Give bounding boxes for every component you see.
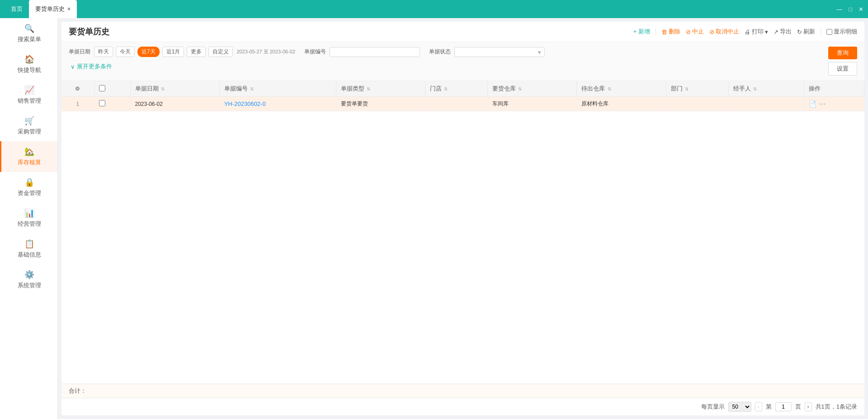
th-order-no[interactable]: 单据编号 ⇅ [219,81,336,97]
top-bar: 首页 要货单历史 × — □ ✕ [0,0,868,18]
sidebar-item-basic-info[interactable]: 📋 基础信息 [0,233,57,264]
th-settings[interactable]: ⚙ [61,81,94,97]
row-checkbox[interactable] [99,100,105,106]
filter-settings-button[interactable]: 设置 [828,62,857,76]
new-button[interactable]: + 新增 [633,28,650,36]
stop-btn-label: 中止 [692,28,704,36]
row-more-icon[interactable]: ⋯ [819,100,826,108]
sidebar-item-inventory[interactable]: 🏡 库存核算 [0,141,57,172]
sidebar-item-purchase-label: 采购管理 [18,128,41,136]
sidebar-item-sales[interactable]: 📈 销售管理 [0,80,57,110]
prev-page-btn[interactable]: ‹ [755,402,762,411]
close-window-icon[interactable]: ✕ [859,6,863,13]
divider-1 [656,28,656,35]
th-date[interactable]: 单据日期 ⇅ [130,81,219,97]
th-order-type-label: 单据类型 [341,85,364,92]
date-btn-yesterday[interactable]: 昨天 [94,47,113,57]
delete-button[interactable]: 🗑 删除 [661,28,680,36]
summary-label: 合计： [69,387,86,395]
export-btn-label: 导出 [780,28,792,36]
filter-area-inner: 单据日期 昨天 今天 近7天 近1月 更多 自定义 2023-05-27 至 2… [69,47,857,76]
th-handler[interactable]: 经手人 ⇅ [728,81,804,97]
query-button[interactable]: 查询 [828,47,857,59]
sidebar-item-operations[interactable]: 📊 经营管理 [0,203,57,233]
tab-close-icon[interactable]: × [67,6,71,12]
divider-2 [821,28,821,35]
order-no-link[interactable]: YH-20230602-0 [224,100,266,107]
table-footer: 合计： [61,384,864,398]
date-btn-custom[interactable]: 自定义 [208,47,233,57]
basic-info-icon: 📋 [24,239,34,249]
th-order-type[interactable]: 单据类型 ⇅ [336,81,425,97]
td-order-type: 要货单要货 [336,97,425,111]
refresh-button[interactable]: ↻ 刷新 [797,28,815,36]
th-action: 操作 [804,81,864,97]
date-btn-today[interactable]: 今天 [116,47,135,57]
system-icon: ⚙️ [24,270,34,280]
sidebar-item-inventory-label: 库存核算 [18,158,41,167]
order-no-input[interactable] [330,47,420,57]
tab-order-history[interactable]: 要货单历史 × [29,0,77,18]
table-row: 1 2023-06-02 YH-20230602-0 要货单要货 车间库 原材料… [61,97,864,111]
th-store[interactable]: 门店 ⇅ [425,81,488,97]
table-body: 1 2023-06-02 YH-20230602-0 要货单要货 车间库 原材料… [61,97,864,111]
stop-icon: ⊘ [686,29,691,35]
status-select[interactable] [454,47,545,57]
maximize-icon[interactable]: □ [849,6,852,13]
sales-icon: 📈 [24,85,34,95]
next-page-btn[interactable]: › [805,402,812,411]
expand-more-btn[interactable]: ∨ 展开更多条件 [69,61,114,72]
order-no-label: 单据编号 [304,48,326,56]
print-button[interactable]: 🖨 打印 ▾ [745,28,768,36]
th-order-no-label: 单据编号 [224,85,248,92]
toolbar: + 新增 🗑 删除 ⊘ 中止 ⊘ 取消中止 🖨 打印 [633,28,857,36]
cancel-stop-button[interactable]: ⊘ 取消中止 [709,28,739,36]
total-info: 共1页，1条记录 [816,403,857,411]
cancel-stop-icon: ⊘ [709,29,714,35]
sort-store-icon: ⇅ [444,86,448,91]
row-edit-icon[interactable]: 📄 [809,100,816,108]
date-btn-7days[interactable]: 近7天 [137,47,160,57]
sort-date-icon: ⇅ [161,86,165,91]
tab-home[interactable]: 首页 [5,0,29,18]
th-pending-warehouse[interactable]: 待出仓库 ⇅ [577,81,666,97]
sidebar-item-system[interactable]: ⚙️ 系统管理 [0,264,57,295]
inventory-icon: 🏡 [24,147,34,157]
date-filter-group: 单据日期 昨天 今天 近7天 近1月 更多 自定义 2023-05-27 至 2… [69,47,295,57]
td-date: 2023-06-02 [130,97,219,111]
sidebar-item-search-menu-label: 搜索菜单 [18,35,41,43]
show-detail-button[interactable]: 显示明细 [826,28,857,36]
page-size-label: 每页显示 [701,403,725,411]
filter-area: 单据日期 昨天 今天 近7天 近1月 更多 自定义 2023-05-27 至 2… [61,42,864,81]
pagination: 每页显示 50 10 20 100 ‹ 第 页 › 共1页，1条记录 [61,398,864,415]
th-department[interactable]: 部门 ⇅ [666,81,728,97]
tab-order-history-label: 要货单历史 [35,5,65,13]
sidebar-item-finance[interactable]: 🔒 资金管理 [0,172,57,203]
stop-button[interactable]: ⊘ 中止 [686,28,704,36]
row-action-icons: 📄 ⋯ [809,100,859,108]
delete-btn-label: 删除 [669,28,680,36]
td-req-warehouse: 车间库 [488,97,577,111]
sidebar-item-search-menu[interactable]: 🔍 搜索菜单 [0,18,57,49]
minimize-icon[interactable]: — [836,6,842,13]
sidebar-item-purchase[interactable]: 🛒 采购管理 [0,110,57,141]
select-all-checkbox[interactable] [99,85,105,91]
table-area: ⚙ 单据日期 ⇅ 单据编号 ⇅ 单据类型 [61,81,864,384]
sidebar: 🔍 搜索菜单 🏠 快捷导航 📈 销售管理 🛒 采购管理 🏡 库存核算 🔒 资金管… [0,18,58,419]
tab-home-label: 首页 [11,5,23,13]
sidebar-item-quick-nav[interactable]: 🏠 快捷导航 [0,49,57,80]
date-btn-1month[interactable]: 近1月 [162,47,184,57]
page-size-select[interactable]: 50 10 20 100 [728,402,751,412]
th-store-label: 门店 [430,85,442,92]
cancel-stop-btn-label: 取消中止 [716,28,739,36]
sort-order-type-icon: ⇅ [367,86,370,91]
date-btn-more[interactable]: 更多 [187,47,206,57]
page-number-input[interactable] [775,402,792,411]
filter-expand-row: ∨ 展开更多条件 [69,61,821,72]
th-req-warehouse[interactable]: 要货仓库 ⇅ [488,81,577,97]
export-button[interactable]: ↗ 导出 [774,28,792,36]
show-detail-checkbox[interactable] [826,29,832,35]
page-label: 第 [766,403,772,411]
sidebar-item-system-label: 系统管理 [18,281,41,290]
page-header: 要货单历史 + 新增 🗑 删除 ⊘ 中止 ⊘ 取消中止 [61,22,864,42]
